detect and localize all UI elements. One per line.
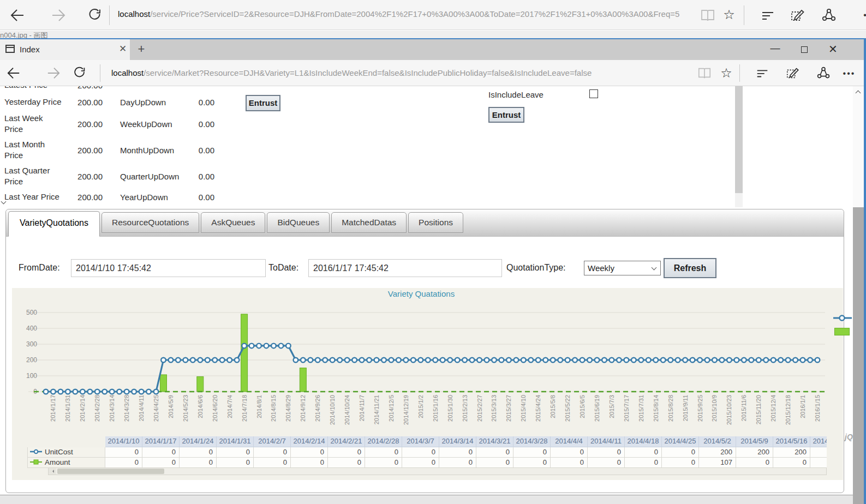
scrollbar-thumb[interactable] [735,86,743,193]
tab-matcheddatas[interactable]: MatchedDatas [331,212,407,233]
svg-text:2014/11/21: 2014/11/21 [373,395,380,424]
svg-text:2015/8/28: 2015/8/28 [667,395,674,422]
url-bar-outer[interactable]: localhost/service/Price?ServiceID=2&Reso… [118,9,685,19]
maximize-icon [801,46,808,53]
browser-tabstrip: Index ✕ + — ✕ [0,39,864,60]
metric-label: QuarterUpDown [120,172,190,181]
svg-text:2015/2/27: 2015/2/27 [476,395,483,422]
table-date-header: 2014/1/10 [105,436,142,447]
reading-view-icon[interactable] [700,8,715,23]
todate-input[interactable] [308,259,502,277]
web-note-icon[interactable] [786,66,800,80]
forward-icon[interactable] [51,8,66,23]
more-icon[interactable]: • [858,8,866,23]
table-value-cell: 0 [476,458,513,468]
table-value-cell: 0 [254,447,291,458]
tab-index[interactable]: Index ✕ [0,39,130,60]
scrollbar-thumb[interactable] [57,469,164,474]
tab-askqueues[interactable]: AskQueues [201,212,265,233]
table-row-label: UnitCost [27,447,105,458]
fromdate-input[interactable] [71,259,266,277]
quotations-data-table: 2014/1/102014/1/172014/1/242014/1/312014… [27,436,827,468]
entrust-button[interactable]: Entrust [246,95,280,111]
svg-text:2014/12/5: 2014/12/5 [388,395,395,422]
svg-text:2014/10/24: 2014/10/24 [344,395,350,425]
scrollbar-thumb[interactable] [853,86,864,207]
price-summary-section: Latest Price 200.00 Yesterday Price 200.… [0,86,853,209]
tab-resourcequotations[interactable]: ResourceQuotations [101,212,199,233]
entrust-button-2[interactable]: Entrust [488,107,524,123]
divider [109,5,110,25]
window-border-top [0,38,866,39]
page-icon [5,45,15,53]
share-icon[interactable] [816,66,831,80]
table-date-header: 2014/2/21 [328,436,365,447]
svg-text:2014/1/17: 2014/1/17 [50,395,56,422]
more-icon[interactable]: ••• [842,66,856,80]
favorites-star-icon[interactable]: ☆ [721,8,737,23]
page-scrollbar[interactable] [853,86,864,504]
screen: localhost/service/Price?ServiceID=2&Reso… [0,0,866,504]
table-scrollbar[interactable] [48,467,827,475]
table-value-cell: 0 [402,447,439,458]
forward-icon[interactable] [46,66,61,80]
share-icon[interactable] [821,8,837,23]
svg-text:2014/7/18: 2014/7/18 [241,395,248,422]
chevron-down-icon [652,265,657,271]
table-value-cell: 0 [588,458,625,468]
svg-text:2015/10/9: 2015/10/9 [711,395,718,422]
price-value: 200.00 [76,86,103,90]
table-value-cell: 107 [699,458,736,468]
table-value-cell: 200 [699,447,736,458]
refresh-icon[interactable] [73,66,87,80]
close-button[interactable]: ✕ [821,39,845,60]
svg-text:2016/1/15: 2016/1/15 [814,395,821,422]
price-label: Last Month Price [4,139,55,161]
favorites-star-icon[interactable]: ☆ [719,66,733,80]
price-value: 200.00 [76,98,103,107]
tab-varietyquotations[interactable]: VarietyQuotations [8,211,100,237]
svg-text:2014/8/15: 2014/8/15 [270,395,277,422]
refresh-button[interactable]: Refresh [664,258,716,278]
table-value-cell: 0 [439,458,476,468]
window-border-right [864,38,866,504]
maximize-button[interactable] [792,39,816,60]
svg-text:2014/3/14: 2014/3/14 [109,395,115,422]
table-value-cell: 0 [551,458,588,468]
url-bar-inner[interactable]: localhost/service/Market?Resource=DJH&Va… [111,68,673,77]
svg-text:2015/5/8: 2015/5/8 [550,395,556,418]
reading-view-icon[interactable] [697,66,712,80]
svg-text:300: 300 [26,340,37,348]
table-value-cell: 0 [773,458,810,468]
svg-text:2015/4/10: 2015/4/10 [520,395,527,422]
svg-text:2015/1/16: 2015/1/16 [432,395,439,422]
quotationtype-select[interactable]: Weekly [584,261,661,275]
price-label: Last Year Price [4,191,76,202]
section-scrollbar[interactable] [735,86,743,207]
svg-text:2014/8/1: 2014/8/1 [256,395,262,418]
tab-close-icon[interactable]: ✕ [117,43,129,55]
table-value-cell: 0 [142,447,180,458]
include-leave-checkbox[interactable] [589,89,598,98]
refresh-icon[interactable] [87,8,103,23]
svg-text:Variety Quatations: Variety Quatations [388,289,455,298]
new-tab-button[interactable]: + [134,42,148,56]
minimize-button[interactable]: — [763,39,787,60]
price-value: 200.00 [76,172,103,181]
table-date-header: 2014/5/23 [810,436,827,447]
hub-icon[interactable] [760,8,775,23]
table-value-cell: 0 [217,458,254,468]
tab-bidqueues[interactable]: BidQueues [267,212,330,233]
back-icon[interactable] [7,66,21,80]
svg-text:2015/1/30: 2015/1/30 [447,395,453,422]
price-row-lastquarter: Last Quarter Price 200.00 QuarterUpDown … [4,164,214,188]
hub-icon[interactable] [755,66,769,80]
table-value-cell: 0 [551,447,588,458]
scroll-left-icon[interactable] [49,468,56,475]
tab-positions[interactable]: Positions [408,212,463,233]
table-value-cell: 200 [810,447,827,458]
svg-text:2014/12/19: 2014/12/19 [403,395,409,425]
back-icon[interactable] [10,8,25,23]
web-note-icon[interactable] [790,8,805,23]
unitcost-legend-icon [30,447,42,457]
